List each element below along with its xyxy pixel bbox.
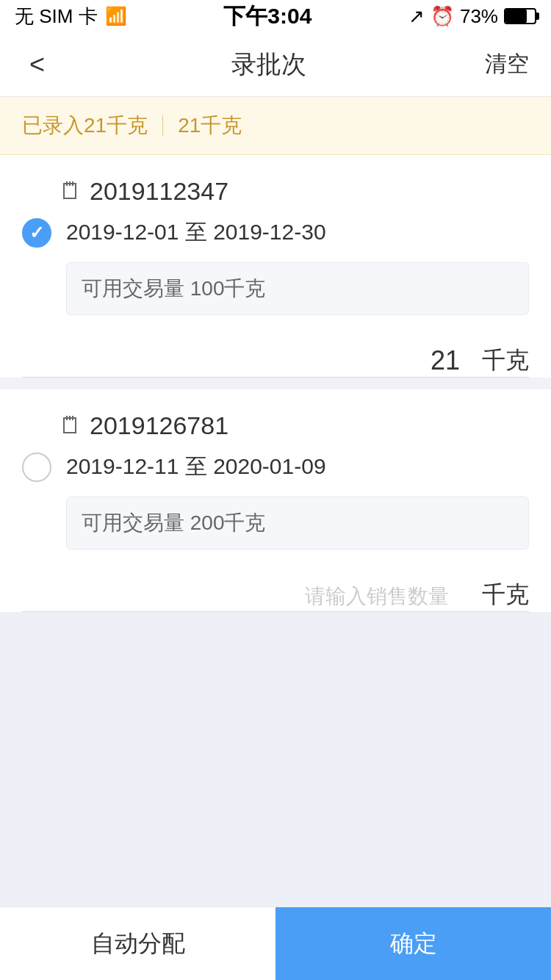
batch-1-icon: 🗒 [59,178,82,205]
batch-2-available-text: 可用交易量 200千克 [82,511,266,534]
batch-2-available-box: 可用交易量 200千克 [66,497,529,550]
batch-2-header: 🗒 2019126781 [22,411,529,440]
summary-amount: 21千克 [178,112,242,140]
batch-1-available-text: 可用交易量 100千克 [82,277,266,300]
page-title: 录批次 [231,48,306,82]
batch-1-available-box: 可用交易量 100千克 [66,262,529,315]
wifi-icon: 📶 [105,6,127,26]
alarm-icon: ⏰ [431,5,454,28]
batch-2-icon: 🗒 [59,412,82,439]
batch-1-header: 🗒 2019112347 [22,177,529,206]
batch-1-id: 2019112347 [90,177,228,206]
batch-2-qty-row[interactable]: 千克 [0,564,551,611]
summary-banner: 已录入21千克 21千克 [0,97,551,155]
batch-card-2: 🗒 2019126781 2019-12-11 至 2020-01-09 可用交… [0,389,551,612]
batch-1-date-row: 2019-12-01 至 2019-12-30 [22,217,529,248]
carrier-label: 无 SIM 卡 [15,4,98,29]
battery-label: 73% [460,5,498,28]
batch-1-radio[interactable] [22,218,51,248]
back-button[interactable]: < [22,42,52,87]
batch-card-1: 🗒 2019112347 2019-12-01 至 2019-12-30 可用交… [0,155,551,378]
auto-assign-button[interactable]: 自动分配 [0,907,276,980]
batch-1-qty-unit: 千克 [482,345,529,377]
empty-area [0,612,551,920]
batch-2-qty-input[interactable] [240,582,460,609]
location-icon: ↗ [408,5,425,28]
status-time: 下午3:04 [223,1,311,32]
batch-1-qty-row: 21 千克 [0,330,551,377]
batch-2-date: 2019-12-11 至 2020-01-09 [66,452,326,482]
bottom-bar: 自动分配 确定 [0,907,551,980]
nav-bar: < 录批次 清空 [0,32,551,97]
batch-1-date: 2019-12-01 至 2019-12-30 [66,217,326,248]
batch-2-qty-unit: 千克 [482,579,529,611]
batch-2-date-row: 2019-12-11 至 2020-01-09 [22,452,529,482]
battery-icon [504,8,536,24]
clear-button[interactable]: 清空 [485,49,529,79]
summary-divider [162,115,163,136]
batch-2-radio[interactable] [22,453,51,482]
batch-2-id: 2019126781 [90,411,228,440]
batch-1-qty-value: 21 [22,345,460,376]
card-separator-1 [0,378,551,389]
status-right: ↗ ⏰ 73% [408,5,536,28]
recorded-label: 已录入21千克 [22,112,148,140]
confirm-button[interactable]: 确定 [276,907,551,980]
status-bar: 无 SIM 卡 📶 下午3:04 ↗ ⏰ 73% [0,0,551,32]
status-left: 无 SIM 卡 📶 [15,4,127,29]
